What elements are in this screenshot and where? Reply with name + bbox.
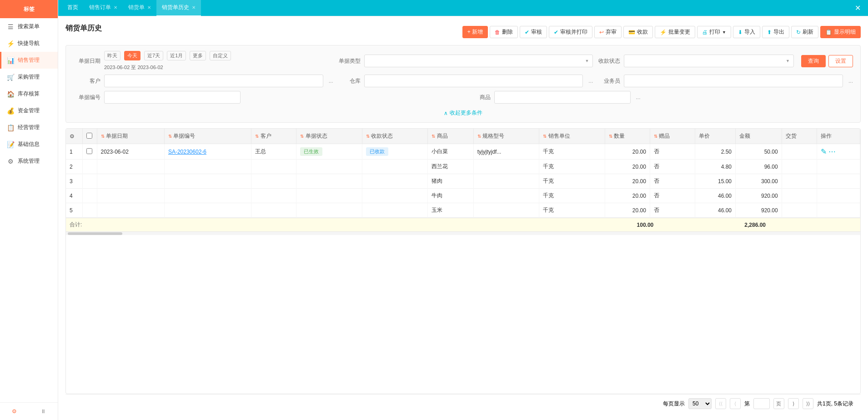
col-doc-date[interactable]: ⇅ 单据日期 xyxy=(97,129,164,144)
customer-dots[interactable]: ... xyxy=(329,78,333,84)
sort-icon: ⇅ xyxy=(168,134,172,139)
col-gift[interactable]: ⇅ 赠品 xyxy=(650,129,695,144)
col-settings[interactable]: ⚙ xyxy=(66,129,82,144)
table-row: 4 牛肉 千克 20.00 否 46.00 920.00 xyxy=(66,189,860,203)
date-btn-1month[interactable]: 近1月 xyxy=(167,51,186,60)
app-logo: 标签 xyxy=(0,0,58,18)
salesperson-dots[interactable]: ... xyxy=(848,78,853,84)
page-number-input[interactable]: 1 xyxy=(753,398,770,409)
sidebar-item-basic-info[interactable]: 📝 基础信息 xyxy=(0,136,58,153)
sort-icon: ⇅ xyxy=(609,134,612,139)
doc-number-input[interactable] xyxy=(104,91,241,104)
collapse-button[interactable]: ∧ 收起更多条件 xyxy=(444,109,482,117)
scroll-thumb[interactable] xyxy=(68,232,122,235)
batch-change-button[interactable]: ⚡ 批量变更 xyxy=(655,26,695,38)
filter-doc-type: 单据类型 ▼ xyxy=(333,55,593,67)
sidebar-item-sales-mgmt[interactable]: 📊 销售管理 xyxy=(0,52,58,69)
sidebar-bottom-icon1[interactable]: ⚙ xyxy=(12,408,17,415)
tab-sales-goods-close[interactable]: ✕ xyxy=(147,5,151,10)
cell-doc-status xyxy=(296,174,362,189)
date-btn-today[interactable]: 今天 xyxy=(124,51,140,60)
edit-action-btn[interactable]: ✎ xyxy=(821,147,827,156)
page-content: 销货单历史 + 新增 🗑 删除 ✔ 审核 ✔ 审核并打印 ↩ 弃审 xyxy=(58,16,868,420)
cell-customer: 王总 xyxy=(251,144,296,160)
doc-type-select[interactable]: ▼ xyxy=(364,55,593,67)
col-qty[interactable]: ⇅ 数量 xyxy=(605,129,650,144)
cell-customer xyxy=(251,189,296,203)
sidebar-item-operation[interactable]: 📋 经营管理 xyxy=(0,119,58,136)
col-spec[interactable]: ⇅ 规格型号 xyxy=(473,129,539,144)
warehouse-dots[interactable]: ... xyxy=(588,78,593,84)
page-next-btn[interactable]: ⟩ xyxy=(788,398,799,409)
tabs-close-all[interactable]: ✕ xyxy=(851,4,864,12)
cell-doc-status: 已生效 xyxy=(296,144,362,160)
review-icon: ✔ xyxy=(525,29,529,35)
date-btn-more[interactable]: 更多 xyxy=(190,51,206,60)
cell-checkbox xyxy=(82,144,97,160)
sidebar-item-system[interactable]: ⚙ 系统管理 xyxy=(0,153,58,170)
more-action-btn[interactable]: ⋯ xyxy=(828,147,836,156)
goods-input[interactable] xyxy=(494,91,631,104)
tab-home[interactable]: 首页 xyxy=(62,0,84,16)
cell-price: 46.00 xyxy=(695,189,735,203)
cell-spec xyxy=(473,160,539,174)
sidebar-item-label: 采购管理 xyxy=(18,73,40,81)
date-btn-yesterday[interactable]: 昨天 xyxy=(104,51,120,60)
tab-sales-history-close[interactable]: ✕ xyxy=(192,5,196,10)
abandon-button[interactable]: ↩ 弃审 xyxy=(594,26,622,38)
show-detail-button[interactable]: 📋 显示明细 xyxy=(820,26,861,38)
print-button[interactable]: 🖨 打印 ▼ xyxy=(697,26,731,38)
page-last-btn[interactable]: ⟩⟩ xyxy=(803,398,813,409)
import-button[interactable]: ⬇ 导入 xyxy=(733,26,760,38)
sidebar-item-purchase-mgmt[interactable]: 🛒 采购管理 xyxy=(0,69,58,85)
tab-sales-order-close[interactable]: ✕ xyxy=(114,5,117,10)
col-unit[interactable]: ⇅ 销售单位 xyxy=(539,129,605,144)
sidebar-item-search-menu[interactable]: ☰ 搜索菜单 xyxy=(0,18,58,35)
delete-button[interactable]: 🗑 删除 xyxy=(490,26,518,38)
sidebar-item-finance[interactable]: 💰 资金管理 xyxy=(0,102,58,119)
cell-goods: 西兰花 xyxy=(428,160,473,174)
sidebar-item-label: 库存核算 xyxy=(18,90,40,98)
finance-icon: 💰 xyxy=(7,107,14,115)
col-doc-status[interactable]: ⇅ 单据状态 xyxy=(296,129,362,144)
collect-button[interactable]: 💳 收款 xyxy=(623,26,653,38)
row-checkbox[interactable] xyxy=(86,148,92,154)
cell-price: 4.80 xyxy=(695,160,735,174)
select-all-checkbox[interactable] xyxy=(86,133,92,139)
sidebar-item-inventory[interactable]: 🏠 库存核算 xyxy=(0,85,58,102)
pagination: 每页显示 50 100 200 ⟨⟨ ⟨ 第 1 页 ⟩ ⟩⟩ 共1页, 5条记… xyxy=(65,394,861,413)
payment-status-select[interactable]: ▼ xyxy=(624,55,794,67)
date-btn-7days[interactable]: 近7天 xyxy=(144,51,163,60)
setting-button[interactable]: 设置 xyxy=(828,55,853,67)
tab-sales-order[interactable]: 销售订单 ✕ xyxy=(84,0,123,16)
sidebar-bottom-icon2[interactable]: ⏸ xyxy=(40,408,46,415)
cell-doc-number xyxy=(164,174,251,189)
customer-input[interactable] xyxy=(104,75,323,87)
sidebar-item-quick-nav[interactable]: ⚡ 快捷导航 xyxy=(0,35,58,52)
refresh-button[interactable]: ↻ 刷新 xyxy=(791,26,818,38)
warehouse-input[interactable] xyxy=(364,75,583,87)
horizontal-scrollbar[interactable] xyxy=(66,231,860,235)
doc-number-link[interactable]: SA-20230602-6 xyxy=(168,149,206,155)
tab-sales-history[interactable]: 销货单历史 ✕ xyxy=(156,0,201,16)
review-print-button[interactable]: ✔ 审核并打印 xyxy=(549,26,592,38)
col-doc-number[interactable]: ⇅ 单据编号 xyxy=(164,129,251,144)
new-button[interactable]: + 新增 xyxy=(462,26,488,38)
salesperson-input[interactable] xyxy=(624,75,843,87)
table-footer: 合计: 100.00 2,286.00 xyxy=(66,218,860,231)
col-goods[interactable]: ⇅ 商品 xyxy=(428,129,473,144)
export-button[interactable]: ⬆ 导出 xyxy=(762,26,789,38)
query-button[interactable]: 查询 xyxy=(801,55,826,67)
per-page-select[interactable]: 50 100 200 xyxy=(688,398,712,409)
date-btn-custom[interactable]: 自定义 xyxy=(210,51,231,60)
total-records: 共1页, 5条记录 xyxy=(817,400,853,408)
page-prev-btn[interactable]: ⟨ xyxy=(730,398,741,409)
cell-goods: 玉米 xyxy=(428,203,473,218)
tab-sales-goods[interactable]: 销货单 ✕ xyxy=(123,0,156,16)
table-scroll[interactable]: ⚙ ⇅ 单据日期 ⇅ 单据编号 xyxy=(66,129,860,218)
goods-dots[interactable]: ... xyxy=(636,94,641,100)
col-payment-status[interactable]: ⇅ 收款状态 xyxy=(362,129,428,144)
review-button[interactable]: ✔ 审核 xyxy=(520,26,547,38)
col-customer[interactable]: ⇅ 客户 xyxy=(251,129,296,144)
page-first-btn[interactable]: ⟨⟨ xyxy=(715,398,726,409)
